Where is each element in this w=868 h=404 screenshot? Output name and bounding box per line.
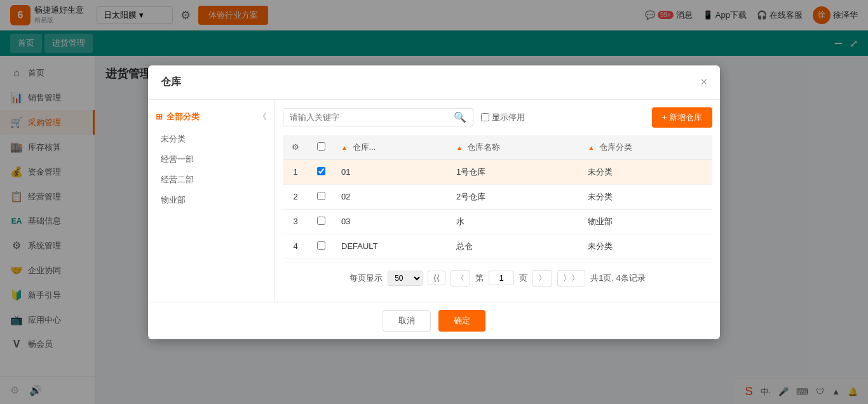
table-row[interactable]: 4 DEFAULT 总仓 未分类 (283, 234, 712, 259)
row-checkbox[interactable] (317, 217, 325, 225)
tree-item-property[interactable]: 物业部 (148, 190, 275, 210)
tree-all-label: 全部分类 (166, 111, 200, 123)
last-page-button[interactable]: 〉〉 (557, 270, 585, 286)
row-number: 4 (283, 234, 308, 259)
page-label: 第 (475, 273, 484, 284)
modal-overlay[interactable]: 仓库 × ⊞ 全部分类 《 未分类 经营一部 经营二部 物业部 (0, 0, 868, 404)
dialog-footer: 取消 确定 (148, 302, 720, 339)
tree-item-ops2[interactable]: 经营二部 (148, 170, 275, 190)
col-header-code[interactable]: ▲ 仓库... (334, 135, 449, 160)
dialog-close-button[interactable]: × (700, 76, 707, 89)
table-row[interactable]: 3 03 水 物业部 (283, 209, 712, 234)
warehouse-dialog: 仓库 × ⊞ 全部分类 《 未分类 经营一部 经营二部 物业部 (148, 65, 720, 339)
row-category: 未分类 (580, 159, 712, 184)
tree-header: ⊞ 全部分类 《 (148, 107, 275, 129)
row-name: 2号仓库 (449, 184, 581, 209)
row-checkbox[interactable] (317, 167, 325, 175)
table-row[interactable]: 1 01 1号仓库 未分类 (283, 159, 712, 184)
col-header-settings[interactable]: ⚙ (283, 135, 308, 160)
toolbar: 🔍 显示停用 + 新增仓库 (283, 107, 712, 128)
row-number: 3 (283, 209, 308, 234)
dialog-body: ⊞ 全部分类 《 未分类 经营一部 经营二部 物业部 🔍 (148, 100, 720, 302)
first-page-button[interactable]: ⟨⟨ (428, 271, 445, 285)
table-header-row: ⚙ ▲ 仓库... ▲ 仓库名称 (283, 135, 712, 160)
row-category: 未分类 (580, 234, 712, 259)
category-tree: ⊞ 全部分类 《 未分类 经营一部 经营二部 物业部 (148, 100, 275, 302)
search-input[interactable] (283, 109, 447, 126)
total-info: 共1页, 4条记录 (590, 273, 646, 284)
prev-page-button[interactable]: 〈 (451, 270, 470, 286)
row-name: 1号仓库 (449, 159, 581, 184)
table-row[interactable]: 2 02 2号仓库 未分类 (283, 184, 712, 209)
row-code: 01 (334, 159, 449, 184)
tree-collapse-button[interactable]: 《 (258, 111, 267, 123)
row-category: 未分类 (580, 184, 712, 209)
search-button[interactable]: 🔍 (447, 111, 473, 123)
row-checkbox[interactable] (317, 241, 325, 250)
add-warehouse-button[interactable]: + 新增仓库 (652, 107, 712, 128)
row-checkbox-cell[interactable] (308, 234, 334, 259)
show-disabled-checkbox[interactable] (481, 113, 489, 121)
show-disabled-label: 显示停用 (492, 112, 525, 123)
show-disabled-toggle[interactable]: 显示停用 (481, 112, 525, 123)
per-page-select[interactable]: 50 20 100 (388, 271, 423, 286)
right-panel: 🔍 显示停用 + 新增仓库 ⚙ (275, 100, 720, 302)
row-name: 总仓 (449, 234, 581, 259)
row-checkbox-cell[interactable] (308, 209, 334, 234)
sort-icon: ▲ (341, 144, 348, 151)
dialog-header: 仓库 × (148, 65, 720, 100)
search-box: 🔍 (283, 108, 473, 126)
tree-item-ops1[interactable]: 经营一部 (148, 149, 275, 170)
row-name: 水 (449, 209, 581, 234)
page-unit: 页 (519, 273, 527, 284)
row-code: 02 (334, 184, 449, 209)
row-code: DEFAULT (334, 234, 449, 259)
col-header-category[interactable]: ▲ 仓库分类 (580, 135, 712, 160)
next-page-button[interactable]: 〉 (532, 270, 552, 286)
col-header-check (308, 135, 334, 160)
row-code: 03 (334, 209, 449, 234)
tree-all-button[interactable]: ⊞ 全部分类 (156, 111, 200, 123)
pagination: 每页显示 50 20 100 ⟨⟨ 〈 第 页 〉 〉〉 共1页, 4条记录 (283, 262, 712, 294)
row-number: 1 (283, 159, 308, 184)
warehouse-table: ⚙ ▲ 仓库... ▲ 仓库名称 (283, 135, 712, 259)
per-page-label: 每页显示 (349, 273, 383, 284)
grid-icon: ⊞ (156, 112, 163, 121)
row-checkbox[interactable] (317, 192, 325, 200)
row-checkbox-cell[interactable] (308, 159, 334, 184)
row-number: 2 (283, 184, 308, 209)
confirm-button[interactable]: 确定 (438, 310, 485, 332)
dialog-title: 仓库 (161, 76, 181, 89)
page-number-input[interactable] (489, 271, 514, 285)
sort-icon2: ▲ (456, 144, 463, 151)
row-category: 物业部 (580, 209, 712, 234)
select-all-checkbox[interactable] (317, 142, 325, 151)
row-checkbox-cell[interactable] (308, 184, 334, 209)
sort-icon3: ▲ (588, 144, 594, 151)
col-header-name[interactable]: ▲ 仓库名称 (449, 135, 581, 160)
cancel-button[interactable]: 取消 (383, 310, 431, 332)
tree-item-unclassified[interactable]: 未分类 (148, 129, 275, 149)
